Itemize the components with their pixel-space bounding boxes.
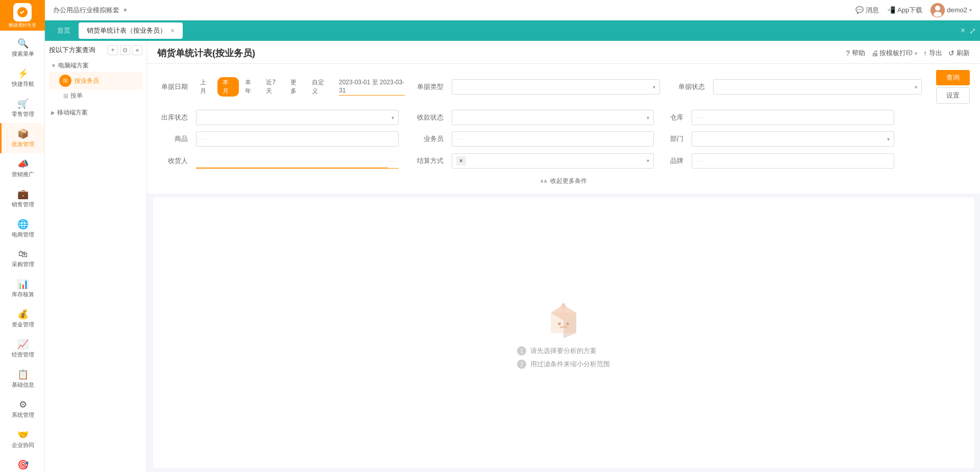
filter-area: 单据日期 上月 本月 本年 近7天 更多 自定义 2023-03-01 至 20… — [147, 64, 980, 194]
print-btn[interactable]: 🖨 按模板打印 ▾ — [871, 49, 917, 58]
panel-item-bidan[interactable]: ⊞ 按单 — [49, 89, 142, 102]
panel-add-btn[interactable]: + — [108, 45, 118, 55]
export-btn[interactable]: ↑ 导出 — [923, 49, 942, 58]
marketing-nav-icon: 📣 — [17, 158, 29, 170]
sidebar-item-wholesale[interactable]: 📦 批发管理 — [0, 123, 44, 153]
department-select[interactable]: ▾ — [692, 131, 894, 147]
tab-close-icon[interactable]: × — [170, 27, 175, 35]
tip-num-2: 2 — [517, 360, 526, 369]
ecommerce-nav-icon: 🌐 — [17, 219, 29, 230]
sidebar-item-newbie[interactable]: 🎯 新手引导 — [0, 454, 44, 472]
inventory-nav-icon: 📊 — [17, 278, 29, 290]
sidebar-item-finance[interactable]: 💰 资金管理 — [0, 303, 44, 334]
sidebar-label-inventory: 库存核算 — [12, 291, 34, 298]
svg-point-6 — [558, 322, 561, 325]
sidebar-item-inventory[interactable]: 📊 库存核算 — [0, 273, 44, 303]
app-download-label: App下载 — [897, 6, 922, 15]
sidebar-label-enterprise: 企业协同 — [12, 441, 34, 449]
date-tab-custom[interactable]: 自定义 — [308, 77, 333, 97]
tab-home[interactable]: 首页 — [49, 22, 79, 39]
settings-button[interactable]: 设置 — [936, 87, 970, 104]
warehouse-select[interactable]: ··· — [692, 110, 894, 125]
tip-text-1: 请先选择要分析的方案 — [530, 346, 597, 356]
main-area: 办公用品行业模拟账套 ▾ 💬 消息 📲 App下载 demo2 ▾ 首页 — [45, 0, 980, 472]
date-tab-lastmonth[interactable]: 上月 — [196, 77, 215, 97]
receipt-status-arrow-icon: ▾ — [647, 115, 649, 121]
sidebar-label-search: 搜索菜单 — [12, 50, 34, 58]
brand-label: 品牌 — [668, 156, 683, 166]
bill-status-select[interactable]: ▾ — [713, 79, 922, 95]
warehouse-control: ··· — [692, 110, 894, 125]
brand-select[interactable]: ··· — [692, 153, 894, 169]
tab-close-all-icon[interactable]: × — [961, 26, 965, 35]
sidebar-item-search[interactable]: 🔍 搜索菜单 — [0, 33, 44, 63]
salesperson-select[interactable]: ··· — [452, 131, 654, 147]
print-dropdown-icon: ▾ — [915, 51, 917, 56]
collapse-btn[interactable]: ∧∧ 收起更多条件 — [157, 175, 970, 187]
sidebar-item-operation[interactable]: 📈 经营管理 — [0, 334, 44, 364]
brand-dots: ··· — [696, 157, 704, 164]
sidebar-label-system: 系统管理 — [12, 411, 34, 419]
out-status-select[interactable]: ▾ — [196, 110, 399, 125]
product-control: ··· — [196, 131, 399, 147]
sidebar-item-basic[interactable]: 📋 基础信息 — [0, 364, 44, 394]
download-icon: 📲 — [887, 6, 895, 14]
workspace-dropdown-icon[interactable]: ▾ — [124, 6, 127, 14]
tip-text-2: 用过滤条件来缩小分析范围 — [530, 360, 610, 369]
app-download-btn[interactable]: 📲 App下载 — [887, 6, 922, 15]
sidebar-item-shortcut[interactable]: ⚡ 快捷导航 — [0, 63, 44, 93]
product-dots: ··· — [201, 135, 209, 143]
message-btn[interactable]: 💬 消息 — [855, 6, 879, 15]
user-name: demo2 — [947, 6, 967, 14]
sidebar-item-marketing[interactable]: 📣 营销推广 — [0, 153, 44, 183]
desktop-section-label: 电脑端方案 — [58, 61, 89, 70]
panel-settings-btn[interactable]: ⊙ — [120, 45, 130, 55]
user-profile[interactable]: demo2 ▾ — [930, 3, 972, 17]
receipt-status-select[interactable]: ▾ — [452, 110, 654, 125]
refresh-btn[interactable]: ↺ 刷新 — [948, 49, 970, 58]
tab-sales-stats[interactable]: 销货单统计表（按业务员） × — [79, 22, 183, 39]
shortcut-nav-icon: ⚡ — [17, 68, 29, 79]
sidebar-label-wholesale: 批发管理 — [12, 140, 34, 148]
bill-type-label: 单据类型 — [413, 82, 444, 91]
sidebar-label-purchase: 采购管理 — [12, 261, 34, 268]
warehouse-label: 仓库 — [668, 113, 683, 122]
date-control: 上月 本月 本年 近7天 更多 自定义 2023-03-01 至 2023-03… — [196, 77, 405, 97]
date-tab-7days[interactable]: 近7天 — [262, 77, 284, 97]
topbar-left: 办公用品行业模拟账套 ▾ — [53, 6, 127, 15]
sidebar-item-ecommerce[interactable]: 🌐 电商管理 — [0, 214, 44, 244]
sidebar-item-enterprise[interactable]: 🤝 企业协同 — [0, 424, 44, 454]
bill-type-arrow-icon: ▾ — [653, 84, 655, 90]
workspace-title: 办公用品行业模拟账套 — [53, 6, 119, 15]
date-tab-thisyear[interactable]: 本年 — [241, 77, 260, 97]
date-tab-more[interactable]: 更多 — [286, 77, 306, 97]
sidebar-item-purchase[interactable]: 🛍 采购管理 — [0, 244, 44, 273]
receiver-input[interactable] — [196, 153, 388, 168]
receiver-dots-icon[interactable]: ··· — [388, 157, 399, 164]
receiver-label: 收货人 — [157, 156, 188, 166]
sidebar-label-operation: 经营管理 — [12, 351, 34, 359]
bill-type-select[interactable]: ▾ — [452, 79, 660, 95]
date-tab-thismonth[interactable]: 本月 — [217, 77, 239, 97]
bill-type-control: ▾ — [452, 79, 660, 95]
product-select[interactable]: ··· — [196, 131, 399, 147]
sidebar-label-sales: 销售管理 — [12, 201, 34, 208]
desktop-section-header[interactable]: ▼ 电脑端方案 — [49, 59, 142, 72]
date-range-text[interactable]: 2023-03-01 至 2023-03-31 — [339, 78, 405, 96]
help-btn[interactable]: ? 帮助 — [846, 49, 865, 58]
empty-tip-2: 2 用过滤条件来缩小分析范围 — [517, 360, 610, 369]
sidebar-item-sales[interactable]: 💼 销售管理 — [0, 183, 44, 214]
tab-resize-icon[interactable]: ⤢ — [969, 26, 976, 36]
svg-point-2 — [934, 12, 942, 17]
query-button[interactable]: 查询 — [936, 70, 970, 85]
grid-icon: ⊞ — [63, 92, 68, 100]
sidebar-item-retail[interactable]: 🛒 零售管理 — [0, 93, 44, 123]
panel-collapse-btn[interactable]: « — [132, 45, 142, 55]
settlement-select[interactable]: × ▾ — [452, 153, 654, 169]
mobile-section-header[interactable]: ▶ 移动端方案 — [49, 106, 142, 119]
sidebar-item-system[interactable]: ⚙ 系统管理 — [0, 394, 44, 424]
panel-item-salesperson[interactable]: 按 按业务员 — [49, 72, 142, 89]
settlement-tag-close[interactable]: × — [459, 157, 463, 164]
brand-control: ··· — [692, 153, 894, 169]
data-area: 1 请先选择要分析的方案 2 用过滤条件来缩小分析范围 — [153, 198, 974, 468]
